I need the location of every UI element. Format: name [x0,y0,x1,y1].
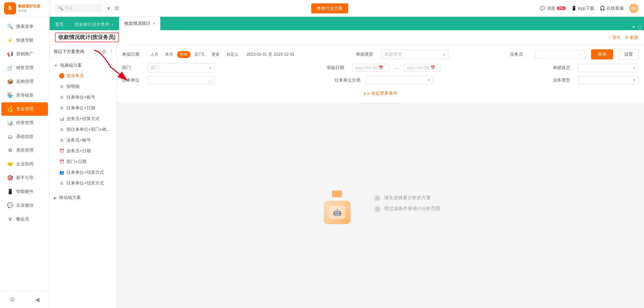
dept-select[interactable]: 部门 ▾ [148,63,215,72]
doc-status-label: 单据状态 [553,65,573,71]
scheme-item-partner-date[interactable]: ⊞ 往来单位+日期 [50,103,116,113]
tab-bankflow[interactable]: 现金银行流水查询 × [69,19,119,30]
mobile-group-toggle[interactable]: ▶ 移动端方案 [50,193,116,203]
scheme-item-dept-date[interactable]: ⏰ 部门+日期 [50,156,116,167]
group-expand-icon: ▶ [54,195,57,200]
sidebar-item-guide[interactable]: 🎯 新手引导 [1,171,48,185]
partner-more-btn[interactable]: ... [208,78,212,83]
sidebar-item-sales[interactable]: 🛒 销售管理 [1,61,48,74]
scheme-item-partner-settlement2[interactable]: ⊞ 往来单位+结算方式 [50,178,116,189]
scheme-item-partner-settlement1[interactable]: 👥 往来单位+结算方式 [50,167,116,178]
sidebar-item-operations[interactable]: 📊 经营管理 [1,116,48,130]
salesperson-select[interactable]: ... [535,50,586,59]
panel-collapse-btn[interactable]: 《 [108,49,112,54]
date-range: 2023-01-01 至 2023-12-31 [247,52,294,57]
sidebar-item-finance[interactable]: 💰 资金管理 [1,102,48,116]
sidebar-item-enterprise[interactable]: 🤝 企业协同 [1,157,48,171]
business-type-select[interactable]: ▾ [578,76,639,84]
scheme-icon: ⊞ [59,84,64,89]
sidebar-item-quicknav[interactable]: ⚡ 快捷导航 [1,34,48,47]
scheme-item-partner-account[interactable]: ⊞ 往来单位+账号 [50,92,116,103]
query-button[interactable]: 查询 [591,49,613,59]
topbar-message[interactable]: 💬 消息 99+ [540,5,566,11]
sidebar-item-wechat[interactable]: 💬 企业微信 [1,199,48,212]
salesperson-label: 业务员 [510,51,530,57]
doc-type-select[interactable]: 单据类型 ▾ [381,50,448,59]
scheme-icon: ⊞ [59,138,64,143]
sidebar-item-purchase[interactable]: 📦 采购管理 [1,75,48,88]
marketing-icon: 📢 [7,51,13,57]
doc-status-select[interactable]: ▾ [578,64,639,72]
partner-select[interactable]: ... [148,76,215,84]
footer-settings-btn[interactable]: ⚙ [8,294,17,305]
date-tab-this-year[interactable]: 本年 [177,51,191,58]
sidebar-item-search[interactable]: 🔍 搜索菜单 [1,20,48,33]
message-icon: 💬 [540,6,545,11]
footer-collapse-btn[interactable]: ◀ [33,294,42,305]
sidebar-item-inventory[interactable]: 🏪 库存核算 [1,89,48,102]
more-icon: ... [579,52,583,57]
collapse-filter-btn[interactable]: ∧∧ 收起更多条件 [122,88,639,99]
topbar-search-box[interactable]: 🔍 搜索 [55,4,103,12]
settings-button[interactable]: 设置 [619,49,639,60]
hardware-icon: 📱 [7,188,13,195]
sidebar: 6 畅捷通好生意 标准版 🔍 搜索菜单 ⚡ 快捷导航 📢 营销推广 🛒 销售管理… [0,0,50,308]
sidebar-item-system[interactable]: ⚙ 系统管理 [1,144,48,157]
refresh-button[interactable]: ↻ 刷新 [625,35,639,41]
scheme-item-partner-dept[interactable]: ⊞ 按往来单位+部门+收... [50,124,116,135]
date-tab-7days[interactable]: 近7天 [192,51,208,58]
chevron-down-icon: ▾ [633,65,636,70]
scheme-icon: ⊞ [59,105,64,111]
desktop-group-toggle[interactable]: ▼ 电脑端方案 [50,60,116,70]
filter-area: 单据日期 上月 本月 本年 近7天 更多 自定义 2023-01-01 至 20… [117,45,644,103]
basic-icon: 🗂 [7,133,13,140]
partner-category-select[interactable]: ▾ [366,76,433,84]
scheme-settings-btn[interactable]: ⚙ [102,48,106,55]
inventory-icon: 🏪 [7,92,13,99]
date-tab-custom[interactable]: 自定义 [224,51,241,58]
sidebar-item-basic[interactable]: 🗂 基础信息 [1,130,48,143]
export-icon: ↑ [609,35,611,40]
audit-end-input[interactable]: yyyy-mm-dd 📅 [404,64,441,72]
sidebar-nav: 🔍 搜索菜单 ⚡ 快捷导航 📢 营销推广 🛒 销售管理 📦 采购管理 🏪 库存核… [0,17,49,291]
quicknav-icon: ⚡ [7,37,13,44]
tab-home[interactable]: 首页 [50,19,69,30]
doc-type-label: 单据类型 [356,51,376,57]
sidebar-item-hardware[interactable]: 📱 智能硬件 [1,185,48,198]
topbar-gear-icon[interactable]: ⚙ [114,5,119,12]
add-scheme-btn[interactable]: + [97,49,100,55]
filter-row-1: 单据日期 上月 本月 本年 近7天 更多 自定义 2023-01-01 至 20… [122,49,639,60]
date-tab-more[interactable]: 更多 [209,51,222,58]
app-icon: 📱 [571,6,577,11]
window-max-btn[interactable]: □ [638,24,641,30]
sidebar-item-marketing[interactable]: 📢 营销推广 [1,47,48,61]
chevron-down-icon: ▾ [633,78,636,83]
topbar-left: 🔍 搜索 ▾ ⚙ [55,4,119,12]
trial-button[interactable]: 体验行业方案 [311,3,348,13]
topbar-online-service[interactable]: 🎧 在线客服 [600,5,624,11]
dept-label: 部门 [122,65,142,71]
scheme-item-by-salesperson[interactable]: 按业务员 [50,70,116,81]
empty-steps: 1 请先选择要分析的方案 2 用过滤条件来缩小分析范围 [374,195,440,216]
right-panel: 单据日期 上月 本月 本年 近7天 更多 自定义 2023-01-01 至 20… [117,45,644,308]
topbar-user-avatar[interactable]: Rit [629,4,639,13]
date-tab-this-month[interactable]: 本月 [162,51,176,58]
enterprise-icon: 🤝 [7,161,13,167]
topbar-app-download[interactable]: 📱 App下载 [571,5,594,11]
tab-receipts[interactable]: 收款情况统计 × [119,17,160,30]
scheme-item-salesperson-settlement[interactable]: 📊 业务员+结算方式 [50,113,116,124]
topbar-dropdown[interactable]: ▾ [107,5,110,12]
audit-start-input[interactable]: yyyy-mm-dd 📅 [352,64,389,72]
scheme-item-salesperson-date[interactable]: ⏰ 业务员+日期 [50,146,116,156]
scheme-item-salesperson-account[interactable]: ⊞ 业务员+账号 [50,135,116,146]
tab-bankflow-close[interactable]: × [111,22,114,27]
export-button[interactable]: ↑ 导出 [609,35,621,41]
logo-text: 畅捷通好生意 标准版 [18,4,40,13]
topbar-center: 体验行业方案 [311,3,348,13]
scheme-item-by-detail[interactable]: ⊞ 按明细 [50,81,116,92]
sidebar-item-member[interactable]: V 畅会员 [1,212,48,226]
logo-icon: 6 [4,2,16,14]
date-tab-last-month[interactable]: 上月 [148,51,161,58]
tab-receipts-close[interactable]: × [153,21,155,26]
window-close-btn[interactable]: × [632,24,635,30]
